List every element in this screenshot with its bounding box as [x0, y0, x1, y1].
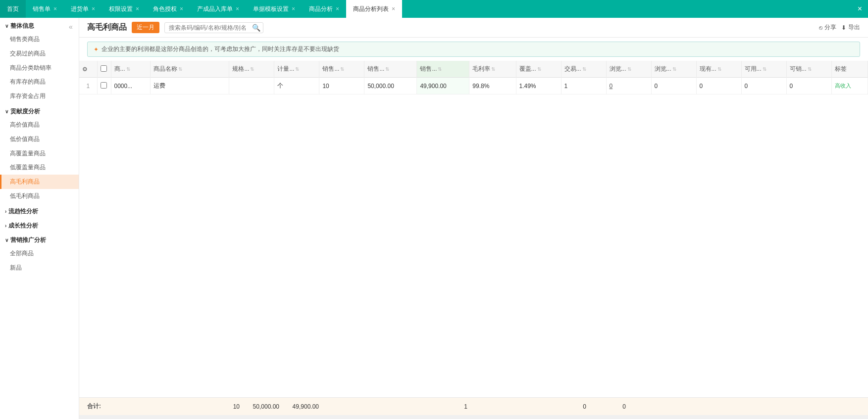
header-actions: ⎋ 分享 ⬇ 导出	[819, 23, 860, 32]
col-browse2-header[interactable]: 浏览... ⇅	[651, 61, 696, 78]
nav-finished-goods[interactable]: 产成品入库单 ×	[190, 0, 246, 18]
col-transaction-header[interactable]: 交易... ⇅	[561, 61, 606, 78]
footer-values: 10 50,000.00 49,900.00 1 0 0	[206, 403, 632, 410]
nav-template-setting[interactable]: 单据模板设置 ×	[246, 0, 302, 18]
nav-role-auth[interactable]: 角色授权 ×	[146, 0, 190, 18]
sidebar-item-low-margin[interactable]: 低毛利商品	[0, 189, 79, 203]
export-icon: ⬇	[841, 24, 846, 31]
chevron-down-icon: ∨	[5, 23, 8, 29]
search-button[interactable]: 🔍	[252, 24, 260, 32]
sidebar-group-trend[interactable]: › 流趋性分析	[0, 203, 79, 218]
window-close-button[interactable]: ×	[852, 4, 868, 13]
table-wrapper: ⚙ 商... ⇅ 商品名称	[79, 61, 868, 397]
search-input[interactable]	[164, 22, 263, 33]
sort-icon: ⇅	[126, 66, 130, 72]
nav-purchase-order[interactable]: 进货单 ×	[64, 0, 102, 18]
sidebar-item-all-goods[interactable]: 全部商品	[0, 246, 79, 261]
col-browse1-header[interactable]: 浏览... ⇅	[606, 61, 651, 78]
info-icon: ✦	[94, 46, 99, 53]
sidebar-item-stock-capital[interactable]: 库存资金占用	[0, 89, 79, 103]
cell-name: 运费	[150, 78, 229, 94]
content-header: 高毛利商品 近一月 🔍 ⎋ 分享 ⬇ 导出	[79, 18, 868, 38]
cell-coverage: 1.49%	[516, 78, 561, 94]
cell-index: 1	[79, 78, 97, 94]
table-footer: 合计: 10 50,000.00 49,900.00 1 0 0	[79, 397, 868, 415]
content-area: 高毛利商品 近一月 🔍 ⎋ 分享 ⬇ 导出 ✦ 企业的主要的利润都是这部分商品创…	[79, 18, 868, 419]
close-icon[interactable]: ×	[92, 5, 95, 12]
sidebar-collapse-button[interactable]: «	[66, 22, 76, 32]
close-icon[interactable]: ×	[292, 5, 295, 12]
table-row: 1 0000... 运费 个 10 50,000.00 49,900.00 99…	[79, 78, 868, 94]
col-sellable-header[interactable]: 可销... ⇅	[786, 61, 831, 78]
sort-icon: ⇅	[582, 66, 586, 72]
col-sales-amt-header[interactable]: 销售... ⇅	[364, 61, 417, 78]
footer-spacer2	[473, 403, 553, 410]
cell-sellable: 0	[786, 78, 831, 94]
col-sales-profit-header[interactable]: 销售... ⇅	[417, 61, 469, 78]
nav-product-analysis-list[interactable]: 商品分析列表 ×	[346, 0, 402, 18]
nav-home[interactable]: 首页	[0, 0, 26, 18]
col-code-header[interactable]: 商... ⇅	[111, 61, 150, 78]
sort-icon: ⇅	[672, 66, 676, 72]
filter-recent-month-button[interactable]: 近一月	[132, 22, 159, 33]
sidebar-group-marketing[interactable]: ∨ 营销推广分析	[0, 232, 79, 246]
footer-sales-qty: 10	[206, 403, 246, 410]
cell-sales-profit: 49,900.00	[417, 78, 469, 94]
cell-transaction: 1	[561, 78, 606, 94]
sort-icon: ⇅	[178, 66, 182, 72]
close-icon[interactable]: ×	[180, 5, 183, 12]
col-gross-margin-header[interactable]: 毛利率 ⇅	[469, 61, 516, 78]
select-all-checkbox[interactable]	[101, 65, 107, 72]
sidebar-group-contribution[interactable]: ∨ 贡献度分析	[0, 103, 79, 118]
close-icon[interactable]: ×	[336, 5, 339, 12]
sidebar-item-high-margin[interactable]: 高毛利商品	[0, 175, 79, 189]
sidebar-item-category-rate[interactable]: 商品分类助销率	[0, 61, 79, 75]
col-tag-header[interactable]: 标签	[831, 61, 868, 78]
search-field-wrap: 🔍	[164, 22, 263, 33]
footer-label: 合计:	[87, 402, 206, 411]
sidebar-item-high-coverage[interactable]: 高覆盖量商品	[0, 146, 79, 161]
sort-icon: ⇅	[808, 66, 812, 72]
col-stock-now-header[interactable]: 现有... ⇅	[696, 61, 741, 78]
export-button[interactable]: ⬇ 导出	[841, 23, 860, 32]
footer-sales-profit: 49,900.00	[285, 403, 325, 410]
sort-icon: ⇅	[763, 66, 766, 72]
settings-icon[interactable]: ⚙	[82, 66, 88, 73]
col-checkbox	[97, 61, 111, 78]
close-icon[interactable]: ×	[53, 5, 57, 12]
close-icon[interactable]: ×	[392, 5, 395, 12]
sort-icon: ⇅	[491, 66, 495, 72]
sidebar-item-traded-goods[interactable]: 交易过的商品	[0, 47, 79, 61]
cell-browse1[interactable]: 0	[606, 78, 651, 94]
footer-transaction: 1	[434, 403, 473, 410]
row-checkbox[interactable]	[101, 82, 107, 89]
close-icon[interactable]: ×	[136, 5, 139, 12]
cell-gross-margin: 99.8%	[469, 78, 516, 94]
sidebar-item-new-goods[interactable]: 新品	[0, 261, 79, 275]
cell-checkbox[interactable]	[97, 78, 111, 94]
nav-sales-order[interactable]: 销售单 ×	[26, 0, 64, 18]
col-sales-qty-header[interactable]: 销售... ⇅	[319, 61, 364, 78]
col-spec-header[interactable]: 规格... ⇅	[229, 61, 274, 78]
col-unit-header[interactable]: 计量... ⇅	[274, 61, 319, 78]
share-button[interactable]: ⎋ 分享	[819, 23, 836, 32]
nav-permission-setting[interactable]: 权限设置 ×	[102, 0, 146, 18]
col-available-header[interactable]: 可用... ⇅	[741, 61, 786, 78]
top-navigation: 首页 销售单 × 进货单 × 权限设置 × 角色授权 × 产成品入库单 × 单据…	[0, 0, 868, 18]
sidebar-item-instock-goods[interactable]: 有库存的商品	[0, 75, 79, 89]
col-name-header[interactable]: 商品名称 ⇅	[150, 61, 229, 78]
footer-available: 0	[592, 403, 632, 410]
cell-tag: 高收入	[831, 78, 868, 94]
col-index: ⚙	[79, 61, 97, 78]
sidebar-item-low-coverage[interactable]: 低覆盖量商品	[0, 160, 79, 175]
nav-product-analysis[interactable]: 商品分析 ×	[302, 0, 346, 18]
chevron-right-icon: ›	[5, 223, 6, 229]
sidebar-item-sales-goods[interactable]: 销售类商品	[0, 32, 79, 47]
close-icon[interactable]: ×	[236, 5, 239, 12]
sidebar-group-growth[interactable]: › 成长性分析	[0, 218, 79, 232]
col-coverage-header[interactable]: 覆盖... ⇅	[516, 61, 561, 78]
sidebar-item-low-value[interactable]: 低价值商品	[0, 132, 79, 146]
bottom-scrollbar[interactable]	[79, 415, 868, 419]
data-table: ⚙ 商... ⇅ 商品名称	[79, 61, 868, 94]
sidebar-item-high-value[interactable]: 高价值商品	[0, 118, 79, 132]
